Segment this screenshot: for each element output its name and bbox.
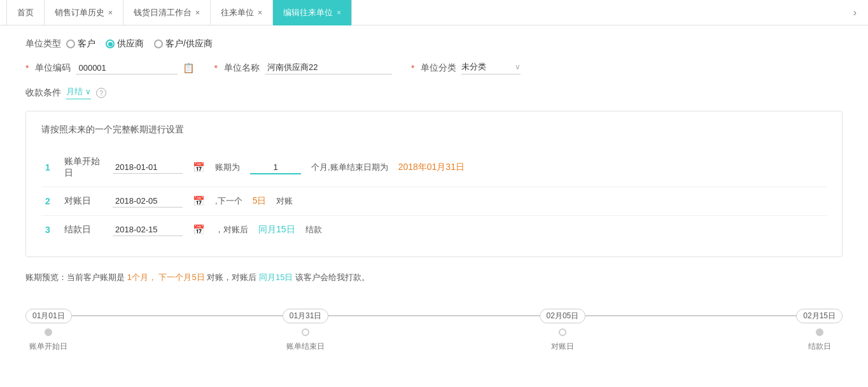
payment-dropdown-arrow[interactable]: ∨ <box>85 87 91 96</box>
tab-edit-partner-close[interactable]: × <box>337 8 341 17</box>
unit-code-calendar-icon[interactable]: 📋 <box>183 62 195 74</box>
period-row-3-date[interactable] <box>113 223 183 236</box>
unit-category-group: * 单位分类 未分类 ∨ <box>411 61 521 74</box>
period-num-input[interactable] <box>250 161 301 174</box>
period-row-1-cal-icon[interactable]: 📅 <box>193 162 205 173</box>
timeline-point-2: 01月31日 账单结束日 <box>283 309 329 352</box>
tab-edit-partner[interactable]: 编辑往来单位 × <box>273 0 352 25</box>
period-row-3-num: 3 <box>41 225 54 235</box>
tl-label-2: 账单结束日 <box>286 341 325 352</box>
tl-dot-4 <box>816 328 823 336</box>
preview-part2: 下一个月5日 <box>158 272 204 282</box>
unit-type-label: 单位类型 <box>25 38 61 50</box>
tl-label-1: 账单开始日 <box>29 341 67 352</box>
period-row-3-suffix: 结款 <box>305 224 322 236</box>
tab-sales-history[interactable]: 销售订单历史 × <box>45 0 123 25</box>
tl-badge-1: 01月01日 <box>25 309 72 323</box>
unit-code-input[interactable] <box>76 62 178 74</box>
tab-edit-partner-label: 编辑往来单位 <box>283 7 333 18</box>
radio-both-circle <box>154 39 163 48</box>
payment-help-icon[interactable]: ? <box>96 88 106 98</box>
tl-dot-2 <box>302 328 309 336</box>
unit-code-star: * <box>25 63 29 73</box>
tabs-bar: 首页 销售订单历史 × 钱货日清工作台 × 往来单位 × 编辑往来单位 × › <box>0 0 868 25</box>
unit-name-star: * <box>214 63 217 73</box>
tab-partner-close[interactable]: × <box>258 8 262 17</box>
tl-dot-1 <box>45 328 52 336</box>
period-card-title: 请按照未来的一个完整帐期进行设置 <box>41 124 827 136</box>
unit-cat-dropdown-arrow[interactable]: ∨ <box>515 62 521 71</box>
tab-sales-history-label: 销售订单历史 <box>55 7 104 18</box>
unit-type-radio-group: 客户 供应商 客户/供应商 <box>66 38 213 50</box>
radio-both[interactable]: 客户/供应商 <box>154 38 213 50</box>
radio-supplier-label: 供应商 <box>117 38 144 50</box>
unit-name-group: * 单位名称 <box>214 62 391 74</box>
period-card: 请按照未来的一个完整帐期进行设置 1 账单开始日 📅 账期为 个月,账单结束日期… <box>25 111 843 257</box>
timeline: 01月01日 账单开始日 01月31日 账单结束日 02月05日 对账日 02月… <box>25 302 843 365</box>
period-row-3-prefix: ，对账后 <box>215 224 248 236</box>
tab-home[interactable]: 首页 <box>6 0 45 25</box>
code-name-cat-row: * 单位编码 📋 * 单位名称 * 单位分类 未分类 ∨ <box>25 61 843 74</box>
tl-label-3: 对账日 <box>551 341 574 352</box>
unit-code-group: * 单位编码 📋 <box>25 62 195 74</box>
tab-home-label: 首页 <box>17 7 34 18</box>
tl-badge-4: 02月15日 <box>796 309 843 323</box>
tab-cash-work-label: 钱货日清工作台 <box>134 7 192 18</box>
unit-cat-value: 未分类 <box>461 61 512 73</box>
payment-label: 收款条件 <box>25 87 61 99</box>
unit-cat-label: 单位分类 <box>421 62 456 74</box>
period-row-3-label: 结款日 <box>64 224 102 236</box>
unit-type-row: 单位类型 客户 供应商 客户/供应商 <box>25 38 843 50</box>
tl-badge-2: 01月31日 <box>283 309 329 323</box>
tl-label-4: 结款日 <box>808 341 831 352</box>
timeline-point-3: 02月05日 对账日 <box>540 309 586 352</box>
period-row-1: 1 账单开始日 📅 账期为 个月,账单结束日期为 2018年01月31日 <box>41 148 827 187</box>
radio-supplier[interactable]: 供应商 <box>106 38 144 50</box>
period-row-2-highlight: 5日 <box>253 195 267 207</box>
period-row-1-suffix: 个月,账单结束日期为 <box>311 162 388 173</box>
unit-code-label: 单位编码 <box>35 62 71 74</box>
unit-type-group: 单位类型 客户 供应商 客户/供应商 <box>25 38 213 50</box>
tab-cash-work-close[interactable]: × <box>195 8 200 17</box>
preview-end: 该客户会给我打款。 <box>295 272 370 282</box>
period-row-1-label: 账单开始日 <box>64 156 102 179</box>
unit-name-input[interactable] <box>265 62 392 74</box>
period-row-2-suffix: 对账 <box>276 195 293 207</box>
tab-cash-work[interactable]: 钱货日清工作台 × <box>123 0 211 25</box>
period-row-1-end-date: 2018年01月31日 <box>398 162 465 173</box>
period-row-3-cal-icon[interactable]: 📅 <box>193 224 205 236</box>
unit-cat-select[interactable]: 未分类 ∨ <box>461 61 521 74</box>
radio-customer-label: 客户 <box>78 38 95 50</box>
preview-middle: 对账，对账后 <box>207 272 256 282</box>
timeline-points: 01月01日 账单开始日 01月31日 账单结束日 02月05日 对账日 02月… <box>25 309 843 352</box>
main-content: 单位类型 客户 供应商 客户/供应商 * 单位编码 <box>0 25 868 387</box>
payment-select[interactable]: 月结 ∨ <box>66 86 91 99</box>
timeline-point-1: 01月01日 账单开始日 <box>25 309 72 352</box>
payment-row: 收款条件 月结 ∨ ? <box>25 86 843 99</box>
preview-part1: 1个月， <box>127 272 157 282</box>
radio-customer-circle <box>66 39 75 48</box>
tab-partner[interactable]: 往来单位 × <box>211 0 273 25</box>
payment-value: 月结 <box>66 86 83 97</box>
radio-customer[interactable]: 客户 <box>66 38 95 50</box>
radio-both-label: 客户/供应商 <box>165 38 213 50</box>
period-row-2-prefix: ,下一个 <box>215 195 242 207</box>
radio-supplier-circle <box>106 39 115 48</box>
period-row-2-label: 对账日 <box>64 195 102 207</box>
period-row-2-num: 2 <box>41 196 54 206</box>
period-row-3: 3 结款日 📅 ，对账后 同月15日 结款 <box>41 216 827 244</box>
preview-part3: 同月15日 <box>259 272 293 282</box>
period-row-1-date[interactable] <box>113 161 183 174</box>
period-row-3-highlight: 同月15日 <box>258 224 295 236</box>
period-row-2-cal-icon[interactable]: 📅 <box>193 195 205 207</box>
unit-cat-star: * <box>411 63 414 73</box>
tabs-more-button[interactable]: › <box>848 7 862 18</box>
period-row-2-date[interactable] <box>113 195 183 208</box>
preview-section: 账期预览：当前客户账期是 1个月， 下一个月5日 对账，对账后 同月15日 该客… <box>25 270 843 285</box>
period-row-1-prefix: 账期为 <box>215 162 240 173</box>
tab-partner-label: 往来单位 <box>221 7 254 18</box>
tl-badge-3: 02月05日 <box>540 309 586 323</box>
tab-sales-history-close[interactable]: × <box>108 8 113 17</box>
unit-name-label: 单位名称 <box>224 62 260 74</box>
period-row-1-num: 1 <box>41 162 54 172</box>
